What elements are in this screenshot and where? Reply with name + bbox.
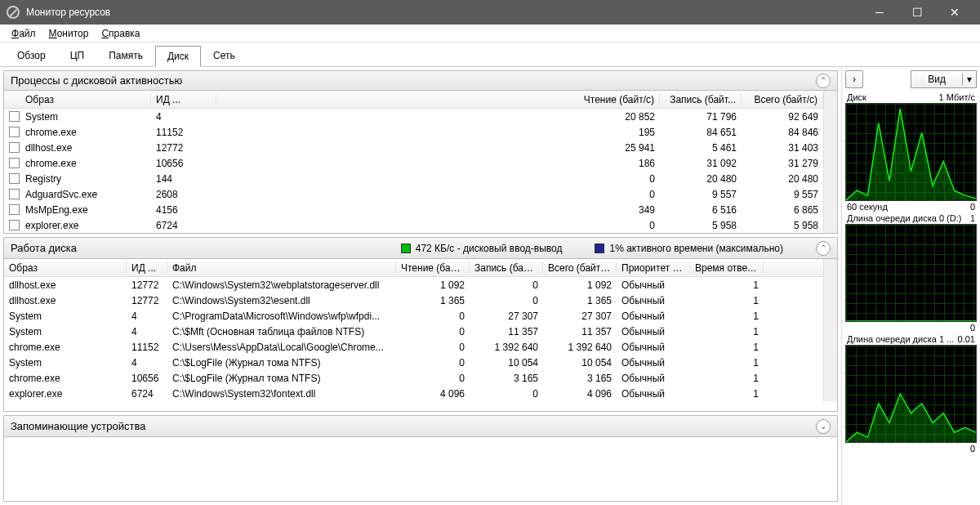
cell-read: 1 092 [396, 279, 470, 291]
scrollbar[interactable] [823, 259, 837, 401]
cell-total: 1 365 [543, 295, 617, 306]
tab-memory[interactable]: Память [96, 45, 155, 66]
checkbox[interactable] [9, 189, 20, 199]
menu-monitor[interactable]: Монитор [42, 26, 96, 41]
table-row[interactable]: MsMpEng.exe 4156 349 6 516 6 865 [4, 202, 823, 217]
col-write[interactable]: Запись (байт... [660, 94, 742, 105]
cell-write: 5 958 [660, 220, 742, 231]
cell-read: 0 [570, 173, 660, 185]
checkbox[interactable] [9, 111, 20, 122]
minimize-button[interactable]: ─ [861, 0, 898, 25]
cell-resp: 1 [690, 311, 764, 322]
col-pid[interactable]: ИД ... [127, 262, 167, 274]
panel-processes-header[interactable]: Процессы с дисковой активностью ⌃ [4, 71, 837, 91]
panel-processes: Процессы с дисковой активностью ⌃ Образ … [3, 70, 838, 234]
cell-total: 27 307 [543, 311, 617, 322]
chevron-up-icon[interactable]: ⌃ [816, 241, 831, 256]
col-image[interactable]: Образ [4, 262, 127, 274]
checkbox[interactable] [9, 158, 20, 168]
tab-disk[interactable]: Диск [155, 46, 201, 67]
cell-image: chrome.exe [20, 158, 151, 169]
col-read[interactable]: Чтение (байт... [396, 262, 470, 274]
chart-title-label: Длина очереди диска 0 (D:) [847, 213, 961, 223]
checkbox[interactable] [9, 204, 20, 215]
cell-read: 0 [570, 220, 660, 231]
menubar: Файл Монитор Справка [0, 25, 980, 42]
col-pid[interactable]: ИД ... [151, 94, 216, 105]
cell-write: 11 357 [470, 326, 543, 337]
cell-write: 27 307 [470, 311, 543, 322]
cell-pid: 11152 [151, 127, 216, 138]
checkbox[interactable] [9, 127, 20, 137]
cell-read: 0 [396, 342, 470, 353]
panel-storage: Запоминающие устройства ⌄ [3, 415, 838, 502]
col-read[interactable]: Чтение (байт/с) [570, 94, 660, 105]
panel-disk-activity: Работа диска 472 КБ/с - дисковый ввод-вы… [3, 237, 838, 412]
checkbox[interactable] [9, 220, 20, 230]
col-total[interactable]: Всего (байт/с) [742, 94, 823, 105]
cell-image: MsMpEng.exe [20, 204, 151, 216]
processes-table-header: Образ ИД ... Чтение (байт/с) Запись (бай… [4, 91, 823, 109]
tab-network[interactable]: Сеть [201, 45, 247, 66]
table-row[interactable]: chrome.exe 11152 195 84 651 84 846 [4, 124, 823, 140]
col-image[interactable]: Образ [20, 94, 151, 105]
checkbox[interactable] [9, 142, 20, 153]
cell-image: dllhost.exe [4, 279, 127, 291]
cell-total: 84 846 [742, 127, 823, 138]
tab-cpu[interactable]: ЦП [58, 45, 97, 66]
scrollbar[interactable] [823, 91, 837, 233]
col-total[interactable]: Всего (байт/с) [543, 262, 617, 274]
cell-file: C:\$LogFile (Журнал тома NTFS) [167, 373, 396, 384]
cell-image: chrome.exe [4, 342, 127, 353]
table-row[interactable]: Registry 144 0 20 480 20 480 [4, 171, 823, 186]
table-row[interactable]: System 4 C:\$LogFile (Журнал тома NTFS) … [4, 355, 823, 370]
cell-resp: 1 [690, 373, 764, 384]
table-row[interactable]: System 4 C:\ProgramData\Microsoft\Window… [4, 308, 823, 324]
menu-file[interactable]: Файл [5, 26, 42, 41]
table-row[interactable]: System 4 20 852 71 796 92 649 [4, 109, 823, 124]
table-row[interactable]: dllhost.exe 12772 25 941 5 461 31 403 [4, 140, 823, 155]
table-row[interactable]: dllhost.exe 12772 C:\Windows\System32\es… [4, 293, 823, 308]
table-row[interactable]: dllhost.exe 12772 C:\Windows\System32\we… [4, 277, 823, 293]
cell-read: 25 941 [570, 142, 660, 154]
cell-total: 20 480 [742, 173, 823, 185]
maximize-button[interactable]: ☐ [898, 0, 936, 25]
table-row[interactable]: explorer.exe 6724 C:\Windows\System32\fo… [4, 386, 823, 401]
tab-overview[interactable]: Обзор [5, 45, 58, 66]
menu-help[interactable]: Справка [95, 26, 146, 41]
chevron-down-icon[interactable]: ⌄ [816, 419, 831, 434]
cell-pid: 4 [127, 357, 167, 369]
view-dropdown[interactable]: Вид ▾ [911, 70, 977, 88]
col-resp[interactable]: Время ответ... [690, 262, 764, 274]
col-priority[interactable]: Приоритет в... [617, 262, 690, 274]
chart-canvas [845, 345, 977, 443]
chevron-up-icon[interactable]: ⌃ [816, 74, 831, 88]
table-row[interactable]: explorer.exe 6724 0 5 958 5 958 [4, 217, 823, 233]
cell-priority: Обычный [617, 373, 690, 384]
checkbox[interactable] [9, 173, 20, 184]
cell-read: 4 096 [396, 388, 470, 400]
cell-total: 31 279 [742, 158, 823, 169]
close-button[interactable]: ✕ [936, 0, 973, 25]
cell-write: 6 516 [660, 204, 742, 216]
panel-storage-header[interactable]: Запоминающие устройства ⌄ [4, 416, 837, 437]
app-icon [7, 6, 20, 19]
expand-button[interactable]: › [845, 70, 863, 88]
table-row[interactable]: AdguardSvc.exe 2608 0 9 557 9 557 [4, 186, 823, 202]
table-row[interactable]: chrome.exe 11152 C:\Users\Mess\AppData\L… [4, 339, 823, 355]
panel-disk-activity-title: Работа диска [11, 242, 77, 254]
table-row[interactable]: chrome.exe 10656 186 31 092 31 279 [4, 155, 823, 171]
cell-total: 9 557 [742, 189, 823, 200]
col-file[interactable]: Файл [167, 262, 396, 274]
cell-read: 349 [570, 204, 660, 216]
table-row[interactable]: System 4 C:\$Mft (Основная таблица файло… [4, 324, 823, 339]
panel-disk-activity-header[interactable]: Работа диска 472 КБ/с - дисковый ввод-вы… [4, 238, 837, 259]
cell-resp: 1 [690, 342, 764, 353]
cell-resp: 1 [690, 357, 764, 369]
cell-read: 0 [396, 326, 470, 337]
col-write[interactable]: Запись (байт... [470, 262, 543, 274]
cell-total: 92 649 [742, 111, 823, 123]
cell-write: 10 054 [470, 357, 543, 369]
table-row[interactable]: chrome.exe 10656 C:\$LogFile (Журнал том… [4, 370, 823, 386]
cell-resp: 1 [690, 279, 764, 291]
